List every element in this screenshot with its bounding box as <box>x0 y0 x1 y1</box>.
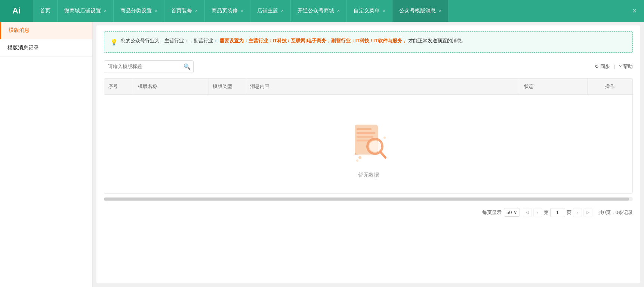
help-label: 帮助 <box>623 63 633 70</box>
nav-tab-shop-settings-label: 微商城店铺设置 <box>64 7 101 14</box>
svg-rect-2 <box>357 128 372 130</box>
close-all-tabs-button[interactable]: × <box>625 7 644 15</box>
nav-tab-home-label: 首页 <box>40 7 50 14</box>
page-size-select: 每页显示 50 ∨ <box>482 208 520 217</box>
close-open-mall-tab[interactable]: × <box>337 8 340 13</box>
page-label: 第 <box>544 209 549 216</box>
nav-tab-home-decor[interactable]: 首页装修 × <box>164 0 205 22</box>
prev-page-button[interactable]: ‹ <box>533 208 542 217</box>
search-icon[interactable]: 🔍 <box>184 63 191 70</box>
th-type: 模版类型 <box>209 79 246 94</box>
svg-rect-4 <box>357 136 373 138</box>
last-page-button[interactable]: ⊳ <box>583 208 592 217</box>
nav-tab-custom-menu[interactable]: 自定义菜单 × <box>347 0 392 22</box>
nav-tab-shop-theme-label: 店铺主题 <box>257 7 278 14</box>
search-bar: 🔍 ↻ 同步 | ? 帮助 <box>104 60 633 73</box>
current-page-input[interactable] <box>550 208 565 217</box>
nav-tab-product-decor-label: 商品页装修 <box>212 7 238 14</box>
th-index: 序号 <box>104 79 134 94</box>
close-product-decor-tab[interactable]: × <box>241 8 243 13</box>
search-input-wrap: 🔍 <box>104 60 194 73</box>
nav-tab-shop-settings[interactable]: 微商城店铺设置 × <box>58 0 114 22</box>
nav-tab-home[interactable]: 首页 <box>33 0 58 22</box>
svg-point-7 <box>369 141 380 152</box>
page-navigation: ⊲ ‹ 第 页 › ⊳ <box>523 208 592 217</box>
sidebar: 模版消息 模版消息记录 <box>0 22 93 287</box>
empty-text: 暂无数据 <box>358 172 379 178</box>
first-page-button[interactable]: ⊲ <box>523 208 532 217</box>
app-logo: Ai <box>0 0 33 22</box>
empty-icon <box>344 117 393 166</box>
th-action: 操作 <box>588 79 632 94</box>
nav-tab-shop-theme[interactable]: 店铺主题 × <box>250 0 291 22</box>
nav-tab-category-label: 商品分类设置 <box>120 7 152 14</box>
close-shop-theme-tab[interactable]: × <box>281 8 284 13</box>
nav-tab-template-msg[interactable]: 公众号模版消息 × <box>392 0 449 22</box>
close-custom-menu-tab[interactable]: × <box>383 8 385 13</box>
close-category-tab[interactable]: × <box>155 8 157 13</box>
horizontal-scrollbar[interactable] <box>104 197 633 201</box>
notice-text: 您的公众号行业为：主营行业：，副营行业： 需要设置为：主营行业：IT科技 / 互… <box>121 37 466 45</box>
pagination: 每页显示 50 ∨ ⊲ ‹ 第 页 › ⊳ 共0页，0条记录 <box>104 204 633 219</box>
table-header: 序号 模版名称 模版类型 消息内容 状态 操作 <box>104 79 632 95</box>
nav-tab-template-msg-label: 公众号模版消息 <box>399 7 436 14</box>
page-unit: 页 <box>567 209 571 216</box>
search-input[interactable] <box>104 60 194 73</box>
next-page-button[interactable]: › <box>573 208 582 217</box>
sync-button[interactable]: ↻ 同步 <box>595 63 610 70</box>
svg-rect-3 <box>357 132 375 134</box>
sidebar-item-template-msg-label: 模版消息 <box>9 27 30 33</box>
close-home-decor-tab[interactable]: × <box>195 8 198 13</box>
close-shop-settings-tab[interactable]: × <box>104 8 107 13</box>
toolbar-divider: | <box>614 64 615 69</box>
notice-highlight: 需要设置为：主营行业：IT科技 / 互联网|电子商务，副营行业：IT科技 / I… <box>219 38 407 43</box>
page-total-info: 共0页，0条记录 <box>598 209 633 216</box>
svg-point-11 <box>383 137 386 139</box>
th-status: 状态 <box>520 79 588 94</box>
help-button[interactable]: ? 帮助 <box>619 63 633 70</box>
notice-box: 💡 您的公众号行业为：主营行业：，副营行业： 需要设置为：主营行业：IT科技 /… <box>104 31 633 53</box>
page-size-dropdown[interactable]: 50 ∨ <box>504 208 520 217</box>
scrollbar-thumb <box>104 198 629 201</box>
sidebar-item-template-msg-log[interactable]: 模版消息记录 <box>0 39 92 57</box>
help-icon: ? <box>619 64 622 69</box>
nav-tab-open-mall-label: 开通公众号商城 <box>298 7 334 14</box>
sidebar-item-template-msg-log-label: 模版消息记录 <box>7 45 39 51</box>
sidebar-item-template-msg[interactable]: 模版消息 <box>0 22 92 39</box>
nav-tab-home-decor-label: 首页装修 <box>171 7 192 14</box>
sync-label: 同步 <box>600 63 610 70</box>
sync-help-group: ↻ 同步 | ? 帮助 <box>595 63 633 70</box>
sync-icon: ↻ <box>595 64 599 69</box>
svg-point-9 <box>358 156 361 159</box>
nav-tab-product-decor[interactable]: 商品页装修 × <box>205 0 250 22</box>
notice-text-before: 您的公众号行业为：主营行业：，副营行业： <box>121 38 218 43</box>
close-template-msg-tab[interactable]: × <box>439 8 441 13</box>
page-size-value: 50 <box>506 210 512 215</box>
nav-tab-custom-menu-label: 自定义菜单 <box>354 7 380 14</box>
nav-tab-open-mall[interactable]: 开通公众号商城 × <box>291 0 347 22</box>
notice-icon: 💡 <box>110 37 118 47</box>
data-table: 序号 模版名称 模版类型 消息内容 状态 操作 <box>104 78 633 194</box>
main-layout: 模版消息 模版消息记录 💡 您的公众号行业为：主营行业：，副营行业： 需要设置为… <box>0 22 644 287</box>
page-size-label: 每页显示 <box>482 209 502 216</box>
top-nav: Ai 首页 微商城店铺设置 × 商品分类设置 × 首页装修 × 商品页装修 × … <box>0 0 644 22</box>
nav-tab-category-settings[interactable]: 商品分类设置 × <box>114 0 164 22</box>
th-content: 消息内容 <box>246 79 520 94</box>
th-name: 模版名称 <box>134 79 209 94</box>
empty-state: 暂无数据 <box>104 95 632 193</box>
chevron-down-icon: ∨ <box>514 210 517 215</box>
content-area: 💡 您的公众号行业为：主营行业：，副营行业： 需要设置为：主营行业：IT科技 /… <box>96 25 640 283</box>
svg-point-10 <box>356 159 358 162</box>
notice-text-after: 才能正常发送预置的消息。 <box>408 38 466 43</box>
